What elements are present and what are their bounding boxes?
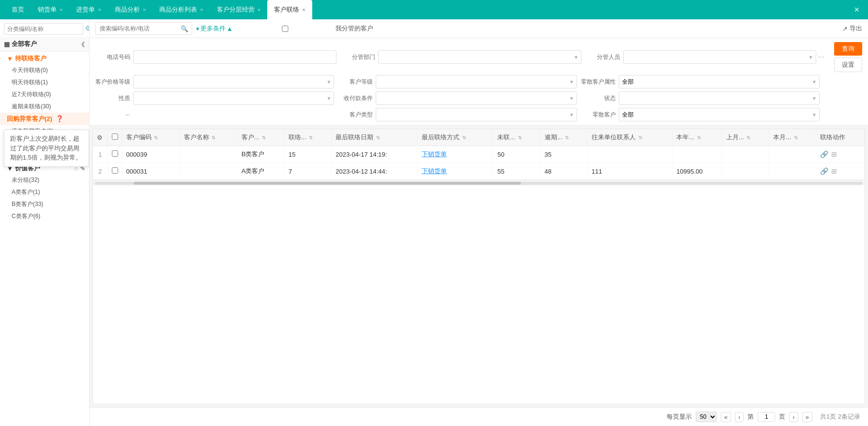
sidebar-search-icon[interactable]: 🔍 — [85, 26, 90, 33]
row-uncontact: 55 — [493, 163, 540, 180]
row-checkbox-cell[interactable] — [107, 163, 122, 180]
tooltip-box: 距客户上次交易时长，超过了此客户的平均交易周期的1.5倍，则视为异常。 — [4, 130, 89, 167]
row-num: 1 — [93, 146, 107, 163]
row-checkbox-cell[interactable] — [107, 146, 122, 163]
export-icon: ↗ — [842, 25, 848, 32]
close-analysis-list-icon[interactable]: × — [200, 7, 203, 13]
col-last-date[interactable]: 最后联络日期 ⇅ — [332, 129, 418, 146]
ungroup-item[interactable]: 未分组(32) — [0, 174, 89, 186]
retail-attr-select[interactable]: 全部 — [619, 75, 820, 88]
filter-icon: ▾ — [196, 25, 199, 32]
row-last-month — [722, 146, 769, 163]
col-checkbox[interactable] — [107, 129, 122, 146]
first-page-button[interactable]: « — [721, 412, 731, 422]
all-customers-header[interactable]: ▦ 全部客户 ❮ — [0, 37, 89, 52]
my-customers-checkbox[interactable] — [237, 26, 334, 32]
scroll-thumb[interactable] — [134, 182, 521, 185]
col-action: 联络动作 — [816, 129, 865, 146]
row-this-month — [769, 146, 816, 163]
col-partner[interactable]: 往来单位联系人 ⇅ — [587, 129, 672, 146]
window-close-button[interactable]: × — [850, 5, 863, 15]
next-page-button[interactable]: › — [789, 412, 798, 422]
col-last-month[interactable]: 上月... ⇅ — [722, 129, 769, 146]
col-settings[interactable]: ⚙ — [93, 129, 107, 146]
col-type[interactable]: 客户... ⇅ — [237, 129, 284, 146]
horizontal-scrollbar[interactable] — [93, 180, 865, 186]
page-input[interactable] — [758, 412, 775, 422]
row-checkbox[interactable] — [112, 167, 118, 174]
row-last-method[interactable]: 下销货单 — [417, 146, 493, 163]
tomorrow-contact-item[interactable]: 明天待联络(1) — [0, 76, 89, 88]
price-grade-select[interactable] — [133, 75, 334, 88]
overdue-contact-item[interactable]: 逾期未联络(30) — [0, 101, 89, 113]
a-class-item[interactable]: A类客户(1) — [0, 186, 89, 198]
nav-sales[interactable]: 销货单 × — [31, 0, 69, 19]
cust-type-select[interactable] — [376, 108, 577, 121]
close-customer-contact-icon[interactable]: × — [302, 7, 305, 13]
today-contact-item[interactable]: 今天待联络(0) — [0, 64, 89, 76]
col-name[interactable]: 客户名称 ⇅ — [180, 129, 237, 146]
my-customers-checkbox-area[interactable]: 我分管的客户 — [237, 24, 373, 33]
nav-customer-contact[interactable]: 客户联络 × — [267, 0, 312, 19]
row-num: 2 — [93, 163, 107, 180]
nav-analysis[interactable]: 商品分析 × — [108, 0, 152, 19]
more-conditions-button[interactable]: ▾ 更多条件 ▲ — [196, 24, 233, 33]
b-class-item[interactable]: B类客户(33) — [0, 198, 89, 210]
sidebar-search-input[interactable] — [4, 23, 83, 35]
sidebar-collapse-icon[interactable]: ❮ — [81, 41, 85, 47]
search-input[interactable] — [95, 22, 192, 35]
col-code[interactable]: 客户编码 ⇅ — [122, 129, 180, 146]
col-this-month[interactable]: 本月... ⇅ — [769, 129, 816, 146]
payment-label: 收付款条件 — [338, 94, 373, 103]
last-page-button[interactable]: » — [802, 412, 812, 422]
sort-date-icon: ⇅ — [376, 135, 380, 140]
col-overdue[interactable]: 逾期... ⇅ — [540, 129, 587, 146]
close-purchase-icon[interactable]: × — [98, 7, 101, 13]
phone-input[interactable] — [133, 50, 336, 64]
export-button[interactable]: ↗ 导出 — [842, 24, 862, 33]
manager-label: 分管人员 — [585, 53, 620, 61]
search-icon: 🔍 — [181, 25, 188, 32]
settings-button[interactable]: 设置 — [834, 58, 862, 72]
close-customer-tier-icon[interactable]: × — [258, 7, 260, 13]
close-sales-icon[interactable]: × — [60, 7, 62, 13]
triangle-icon: ▼ — [7, 55, 13, 62]
nav-purchase[interactable]: 进货单 × — [69, 0, 107, 19]
payment-select[interactable] — [376, 91, 577, 105]
action-link-icon[interactable]: 🔗 — [820, 150, 828, 158]
dept-select[interactable] — [378, 50, 581, 64]
nav-customer-tier[interactable]: 客户分层经营 × — [210, 0, 267, 19]
action-link-icon[interactable]: 🔗 — [820, 167, 828, 175]
manager-select[interactable] — [623, 50, 816, 64]
nav-analysis-list[interactable]: 商品分析列表 × — [152, 0, 210, 19]
repurchase-abnormal-item[interactable]: 回购异常客户(2) ❓ — [0, 113, 89, 125]
manager-dots[interactable]: ··· — [816, 53, 826, 61]
col-this-year[interactable]: 本年... ⇅ — [672, 129, 722, 146]
retail-select[interactable]: 全部 — [619, 108, 820, 121]
prev-page-button[interactable]: ‹ — [735, 412, 744, 422]
row-last-method[interactable]: 下销货单 — [417, 163, 493, 180]
row-checkbox[interactable] — [112, 150, 118, 157]
action-grid-icon[interactable]: ⊞ — [831, 150, 837, 158]
pending-contact-section: ▼ 待联络客户 — [0, 52, 89, 64]
sort-code-icon: ⇅ — [154, 135, 158, 140]
nature-select[interactable] — [133, 91, 334, 105]
per-page-select[interactable]: 50 — [696, 411, 717, 422]
row-contact: 7 — [284, 163, 331, 180]
cust-grade-select[interactable] — [376, 75, 577, 88]
c-class-item[interactable]: C类客户(6) — [0, 210, 89, 222]
table-area: ⚙ 客户编码 ⇅ 客户名称 ⇅ — [92, 129, 865, 404]
nav-home[interactable]: 首页 — [5, 0, 31, 19]
status-select[interactable] — [619, 91, 820, 105]
row-name — [180, 163, 237, 180]
action-grid-icon[interactable]: ⊞ — [831, 167, 837, 175]
select-all-checkbox[interactable] — [112, 133, 118, 140]
col-last-method[interactable]: 最后联络方式 ⇅ — [417, 129, 493, 146]
query-button[interactable]: 查询 — [834, 42, 862, 56]
filter-row-1: 电话号码 分管部门 ▼ 分管人员 ▼ ··· — [95, 42, 862, 72]
close-analysis-icon[interactable]: × — [143, 7, 146, 13]
row-this-year: 10995.00 — [672, 163, 722, 180]
col-uncontact[interactable]: 未联... ⇅ — [493, 129, 540, 146]
week-contact-item[interactable]: 近7天待联络(0) — [0, 88, 89, 101]
col-contact-num[interactable]: 联络... ⇅ — [284, 129, 331, 146]
